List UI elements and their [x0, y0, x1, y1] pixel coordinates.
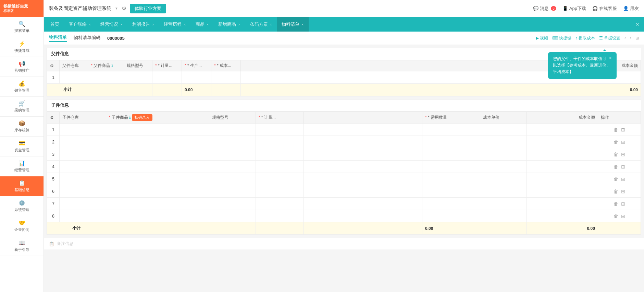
- child-spec-cell[interactable]: [209, 198, 256, 210]
- child-unit-cell[interactable]: [256, 173, 304, 185]
- sub-tab-code[interactable]: 物料清单编码: [74, 35, 100, 42]
- sidebar-item-guide[interactable]: 📖 新手引导: [0, 236, 44, 256]
- child-qty-cell[interactable]: [422, 148, 480, 161]
- sidebar-item-marketing[interactable]: 📢 营销推广: [0, 57, 44, 77]
- parent-unit-cell[interactable]: [152, 71, 182, 84]
- tab-barcode[interactable]: 条码方案 ×: [245, 17, 277, 32]
- parent-cost-cell[interactable]: [211, 71, 240, 84]
- copy-icon[interactable]: ⊞: [621, 127, 625, 132]
- sidebar-item-basic[interactable]: 📋 基础信息: [0, 176, 44, 196]
- copy-icon[interactable]: ⊞: [621, 152, 625, 157]
- close-all-tabs[interactable]: ✕: [633, 22, 642, 27]
- tab-profit[interactable]: 利润报告 ×: [127, 17, 159, 32]
- close-icon[interactable]: ×: [184, 22, 186, 26]
- child-warehouse-cell[interactable]: [60, 198, 106, 210]
- sidebar-item-purchase[interactable]: 🛒 采购管理: [0, 97, 44, 117]
- child-warehouse-cell[interactable]: [60, 124, 106, 136]
- child-unitcost-cell[interactable]: [480, 210, 527, 222]
- nav-next-icon[interactable]: ›: [630, 36, 631, 40]
- tab-customer[interactable]: 客户联络 ×: [64, 17, 96, 32]
- single-setting-btn[interactable]: ☰ 单据设置: [599, 35, 620, 41]
- child-unit-cell[interactable]: [256, 198, 304, 210]
- child-unitcost-cell[interactable]: [480, 198, 527, 210]
- child-spec-cell[interactable]: [209, 210, 256, 222]
- child-product-cell[interactable]: [106, 198, 209, 210]
- sidebar-item-ops[interactable]: 📊 经营管理: [0, 156, 44, 176]
- tab-biz-status[interactable]: 经营情况 ×: [96, 17, 127, 32]
- tab-bom[interactable]: 物料清单 ×: [277, 17, 308, 32]
- message-item[interactable]: 💬 消息 6: [533, 5, 556, 12]
- child-qty-cell[interactable]: [422, 124, 480, 136]
- parent-proddate-cell[interactable]: [182, 71, 211, 84]
- child-unitcost-cell[interactable]: [480, 124, 527, 136]
- delete-icon[interactable]: 🗑: [614, 139, 618, 145]
- child-spec-cell[interactable]: [209, 173, 256, 185]
- online-service-item[interactable]: 🎧 在线客服: [592, 5, 617, 12]
- delete-icon[interactable]: 🗑: [614, 127, 618, 132]
- child-qty-cell[interactable]: [422, 210, 480, 222]
- child-unit-cell[interactable]: [256, 148, 304, 161]
- sub-tab-bom[interactable]: 物料清单: [49, 34, 67, 42]
- child-product-cell[interactable]: [106, 185, 209, 198]
- child-unit-cell[interactable]: [256, 161, 304, 173]
- close-icon[interactable]: ×: [152, 22, 154, 26]
- close-icon[interactable]: ×: [301, 22, 304, 26]
- app-download-item[interactable]: 📱 App下载: [562, 5, 586, 12]
- child-unit-cell[interactable]: [256, 185, 304, 198]
- grid-icon[interactable]: ⊞: [635, 36, 639, 40]
- view-btn[interactable]: ▶ 视频: [536, 35, 548, 41]
- child-spec-cell[interactable]: [209, 136, 256, 148]
- sidebar-item-search[interactable]: 🔍 搜索菜单: [0, 17, 44, 37]
- copy-icon[interactable]: ⊞: [621, 164, 625, 170]
- child-unitcost-cell[interactable]: [480, 173, 527, 185]
- close-icon[interactable]: ×: [270, 22, 272, 26]
- parent-spec-cell[interactable]: [124, 71, 152, 84]
- sidebar-item-quick-nav[interactable]: ⚡ 快捷导航: [0, 37, 44, 57]
- child-unitcost-cell[interactable]: [480, 185, 527, 198]
- dropdown-arrow-icon[interactable]: ▼: [115, 7, 118, 10]
- child-spec-cell[interactable]: [209, 148, 256, 161]
- delete-icon[interactable]: 🗑: [614, 189, 618, 194]
- nav-prev-icon[interactable]: ‹: [624, 36, 626, 40]
- settings-icon[interactable]: ⚙: [122, 5, 126, 12]
- tab-biz-history[interactable]: 经营历程 ×: [159, 17, 190, 32]
- child-col-settings[interactable]: ⚙: [47, 112, 60, 124]
- tab-new-product[interactable]: 新增商品 ×: [213, 17, 245, 32]
- child-warehouse-cell[interactable]: [60, 210, 106, 222]
- sidebar-item-inventory[interactable]: 📦 库存核算: [0, 117, 44, 137]
- child-warehouse-cell[interactable]: [60, 148, 106, 161]
- parent-warehouse-cell[interactable]: [60, 71, 88, 84]
- child-unit-cell[interactable]: [256, 136, 304, 148]
- child-unit-cell[interactable]: [256, 124, 304, 136]
- child-spec-cell[interactable]: [209, 185, 256, 198]
- child-product-cell[interactable]: [106, 136, 209, 148]
- child-qty-cell[interactable]: [422, 136, 480, 148]
- copy-icon[interactable]: ⊞: [621, 201, 625, 207]
- delete-icon[interactable]: 🗑: [614, 164, 618, 170]
- copy-icon[interactable]: ⊞: [621, 213, 625, 219]
- parent-col-settings[interactable]: ⚙: [47, 60, 60, 71]
- close-icon[interactable]: ×: [207, 22, 209, 26]
- try-button[interactable]: 体验行业方案: [130, 4, 166, 13]
- copy-icon[interactable]: ⊞: [621, 139, 625, 145]
- child-qty-cell[interactable]: [422, 185, 480, 198]
- user-item[interactable]: 👤 用友: [623, 5, 639, 12]
- child-product-cell[interactable]: [106, 148, 209, 161]
- sidebar-item-sales[interactable]: 💰 销售管理: [0, 77, 44, 97]
- delete-icon[interactable]: 🗑: [614, 213, 618, 219]
- child-unitcost-cell[interactable]: [480, 136, 527, 148]
- delete-icon[interactable]: 🗑: [614, 201, 618, 207]
- child-spec-cell[interactable]: [209, 124, 256, 136]
- tab-product[interactable]: 商品 ×: [191, 17, 213, 32]
- copy-icon[interactable]: ⊞: [621, 176, 625, 182]
- close-icon[interactable]: ×: [120, 22, 122, 26]
- tooltip-close-icon[interactable]: ×: [609, 56, 612, 60]
- close-icon[interactable]: ×: [89, 22, 91, 26]
- scan-button[interactable]: 扫码录入: [132, 114, 152, 121]
- child-qty-cell[interactable]: [422, 161, 480, 173]
- sidebar-item-system[interactable]: ⚙️ 系统管理: [0, 196, 44, 216]
- copy-icon[interactable]: ⊞: [621, 189, 625, 194]
- child-unitcost-cell[interactable]: [480, 148, 527, 161]
- child-warehouse-cell[interactable]: [60, 161, 106, 173]
- shortcut-btn[interactable]: ⌨ 快捷键: [552, 35, 571, 41]
